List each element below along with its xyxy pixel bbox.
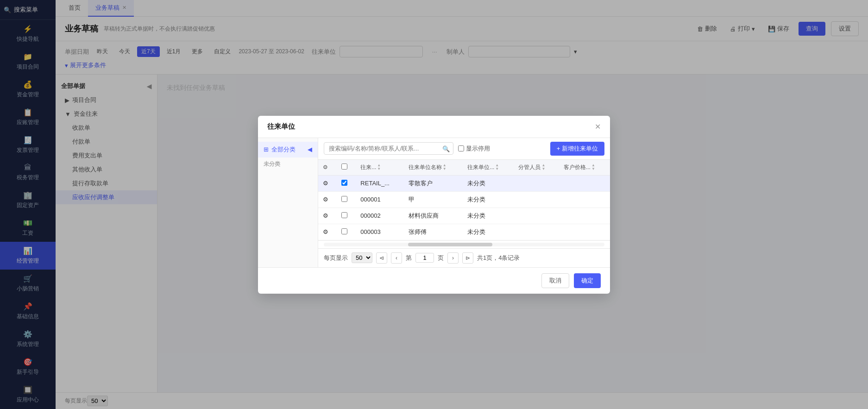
row1-check[interactable] xyxy=(337,175,356,191)
dialog-close-icon[interactable]: ✕ xyxy=(595,122,601,131)
dialog-sidebar-uncategorized: 未分类 xyxy=(258,157,318,171)
row4-pricetype xyxy=(559,224,610,240)
show-disabled-checkbox[interactable] xyxy=(458,145,464,151)
dialog-pagination: 每页显示 50 ⊲ ‹ 第 页 › ⊳ 共1页，4条记录 xyxy=(318,248,610,267)
row4-salesperson xyxy=(514,224,559,240)
row2-check[interactable] xyxy=(337,191,356,208)
collapse-icon: ◀ xyxy=(308,146,312,153)
row2-settings[interactable]: ⚙ xyxy=(318,191,337,208)
salesperson-sort-icon: ▲▼ xyxy=(541,164,545,171)
row2-name: 甲 xyxy=(404,191,463,208)
last-page-button[interactable]: ⊳ xyxy=(462,252,473,264)
th-code[interactable]: 往来... ▲▼ xyxy=(356,160,403,176)
row1-name: 零散客户 xyxy=(404,175,463,191)
per-page-label: 每页显示 xyxy=(324,254,348,262)
row4-checkbox[interactable] xyxy=(341,228,347,234)
table-row[interactable]: ⚙ 000003 张师傅 未分类 xyxy=(318,224,610,240)
table-row[interactable]: ⚙ 000001 甲 未分类 xyxy=(318,191,610,208)
scrollbar-thumb[interactable] xyxy=(408,243,492,246)
th-name[interactable]: 往来单位名称 ▲▼ xyxy=(404,160,463,176)
dialog-title: 往来单位 xyxy=(267,122,295,131)
row4-code: 000003 xyxy=(356,224,403,240)
row1-category: 未分类 xyxy=(463,175,514,191)
row4-category: 未分类 xyxy=(463,224,514,240)
select-all-checkbox[interactable] xyxy=(341,164,347,170)
row2-code: 000001 xyxy=(356,191,403,208)
next-page-button[interactable]: › xyxy=(447,252,459,264)
table-body: ⚙ RETAIL_... 零散客户 未分类 ⚙ xyxy=(318,175,610,240)
row3-name: 材料供应商 xyxy=(404,208,463,224)
row1-salesperson xyxy=(514,175,559,191)
row3-pricetype xyxy=(559,208,610,224)
dialog-footer: 取消 确定 xyxy=(258,267,610,294)
row1-code: RETAIL_... xyxy=(356,175,403,191)
dialog-toolbar: 🔍 显示停用 + 新增往来单位 xyxy=(318,138,610,160)
row2-category: 未分类 xyxy=(463,191,514,208)
code-sort-icon: ▲▼ xyxy=(377,164,381,171)
row3-category: 未分类 xyxy=(463,208,514,224)
row4-name: 张师傅 xyxy=(404,224,463,240)
row3-salesperson xyxy=(514,208,559,224)
prev-page-button[interactable]: ‹ xyxy=(391,252,402,264)
th-pricetype[interactable]: 客户价格... ▲▼ xyxy=(559,160,610,176)
per-page-select[interactable]: 50 xyxy=(352,252,372,263)
row2-checkbox[interactable] xyxy=(341,196,347,202)
pricetype-sort-icon: ▲▼ xyxy=(591,164,595,171)
table-row[interactable]: ⚙ 000002 材料供应商 未分类 xyxy=(318,208,610,224)
show-disabled-checkbox-wrap[interactable]: 显示停用 xyxy=(458,145,490,153)
row4-settings[interactable]: ⚙ xyxy=(318,224,337,240)
row2-salesperson xyxy=(514,191,559,208)
cancel-button[interactable]: 取消 xyxy=(541,273,569,288)
search-input-wrap: 🔍 xyxy=(324,142,453,155)
page-unit-label: 页 xyxy=(438,254,444,262)
row3-check[interactable] xyxy=(337,208,356,224)
table-head: ⚙ 往来... ▲▼ 往来单位 xyxy=(318,160,610,176)
add-partner-button[interactable]: + 新增往来单位 xyxy=(550,142,604,156)
row3-checkbox[interactable] xyxy=(341,212,347,218)
row1-pricetype xyxy=(559,175,610,191)
dialog-main: 🔍 显示停用 + 新增往来单位 ⚙ xyxy=(318,138,610,267)
row2-pricetype xyxy=(559,191,610,208)
dialog-body: ⊞ 全部分类 ◀ 未分类 🔍 显示停用 xyxy=(258,138,610,267)
th-settings[interactable]: ⚙ xyxy=(318,160,337,176)
confirm-button[interactable]: 确定 xyxy=(574,273,601,288)
table-row[interactable]: ⚙ RETAIL_... 零散客户 未分类 xyxy=(318,175,610,191)
page-number-input[interactable] xyxy=(415,253,434,263)
th-check[interactable] xyxy=(337,160,356,176)
th-salesperson[interactable]: 分管人员 ▲▼ xyxy=(514,160,559,176)
page-num-label: 第 xyxy=(406,254,412,262)
grid-icon: ⊞ xyxy=(264,146,269,153)
dialog-table: ⚙ 往来... ▲▼ 往来单位 xyxy=(318,160,610,240)
partner-table: ⚙ 往来... ▲▼ 往来单位 xyxy=(318,160,610,240)
name-sort-icon: ▲▼ xyxy=(443,164,447,171)
row1-checkbox[interactable] xyxy=(341,180,347,186)
partner-search-input[interactable] xyxy=(324,142,453,155)
dialog-sidebar-all[interactable]: ⊞ 全部分类 ◀ xyxy=(258,142,318,157)
row1-settings[interactable]: ⚙ xyxy=(318,175,337,191)
th-category[interactable]: 往来单位... ▲▼ xyxy=(463,160,514,176)
category-sort-icon: ▲▼ xyxy=(495,164,499,171)
modal-overlay[interactable]: 往来单位 ✕ ⊞ 全部分类 ◀ 未分类 xyxy=(0,0,868,409)
partner-dialog: 往来单位 ✕ ⊞ 全部分类 ◀ 未分类 xyxy=(258,116,610,294)
search-submit-icon[interactable]: 🔍 xyxy=(442,145,450,152)
first-page-button[interactable]: ⊲ xyxy=(376,252,387,264)
row3-code: 000002 xyxy=(356,208,403,224)
row3-settings[interactable]: ⚙ xyxy=(318,208,337,224)
row4-check[interactable] xyxy=(337,224,356,240)
dialog-sidebar: ⊞ 全部分类 ◀ 未分类 xyxy=(258,138,318,267)
total-label: 共1页，4条记录 xyxy=(477,254,520,262)
dialog-header: 往来单位 ✕ xyxy=(258,116,610,138)
